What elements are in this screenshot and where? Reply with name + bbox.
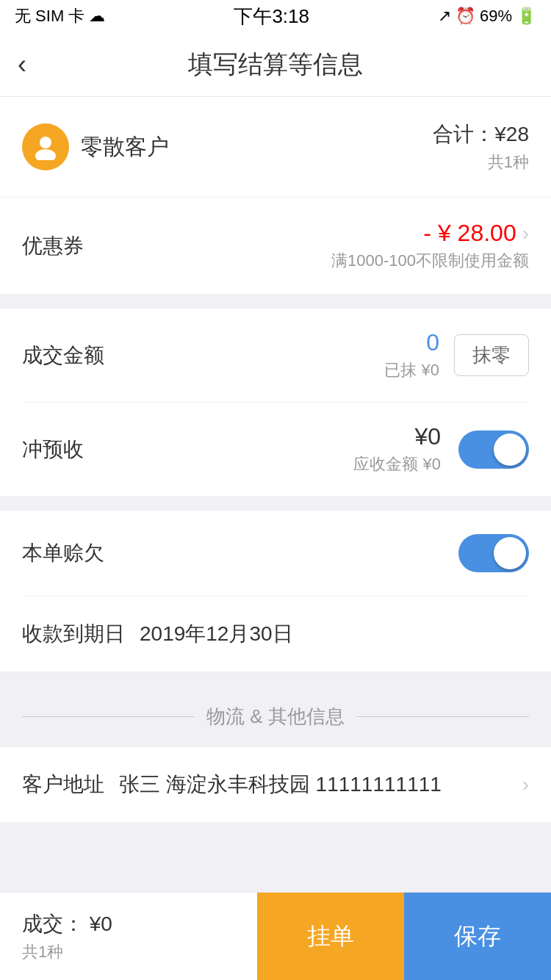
divider-left (22, 716, 195, 717)
prepay-sub: 应收金额 ¥0 (353, 453, 441, 475)
address-value: 张三 海淀永丰科技园 11111111111 (119, 771, 522, 799)
bottom-count: 共1种 (22, 941, 235, 963)
address-chevron-icon: › (522, 773, 529, 796)
customer-count: 共1种 (433, 151, 529, 173)
signal-text: 无 SIM 卡 ☁ (15, 5, 105, 27)
amount-right: 0 已抹 ¥0 抹零 (384, 329, 529, 381)
toggle-knob (494, 433, 526, 466)
coupon-label: 优惠券 (22, 232, 84, 260)
avatar (22, 123, 69, 170)
status-time: 下午3:18 (234, 4, 309, 29)
page-title: 填写结算等信息 (188, 48, 363, 82)
nav-bar: ‹ 填写结算等信息 (0, 32, 551, 97)
alarm-icon: ⏰ (455, 7, 475, 26)
due-row: 收款到期日 2019年12月30日 (22, 597, 529, 671)
address-label: 客户地址 (22, 771, 104, 799)
round-button[interactable]: 抹零 (454, 334, 529, 376)
status-bar: 无 SIM 卡 ☁ 下午3:18 ↗ ⏰ 69% 🔋 (0, 0, 551, 32)
back-button[interactable]: ‹ (18, 49, 26, 80)
save-button[interactable]: 保存 (404, 893, 551, 980)
status-left: 无 SIM 卡 ☁ (15, 5, 105, 27)
customer-total: 合计：¥28 (433, 120, 529, 148)
prepay-right: ¥0 应收金额 ¥0 (353, 423, 529, 475)
customer-section: 零散客户 合计：¥28 共1种 优惠券 - ¥ 28.00 › 满1000-10… (0, 97, 551, 294)
amount-value: 0 (384, 329, 439, 356)
customer-left: 零散客户 (22, 123, 169, 170)
amount-section: 成交金额 0 已抹 ¥0 抹零 冲预收 ¥0 应收金额 ¥0 (0, 309, 551, 496)
customer-right: 合计：¥28 共1种 (433, 120, 529, 173)
debt-section: 本单赊欠 收款到期日 2019年12月30日 (0, 511, 551, 671)
bottom-deal: 成交： ¥0 (22, 910, 235, 938)
prepay-amount-block: ¥0 应收金额 ¥0 (353, 423, 441, 475)
prepay-label: 冲预收 (22, 436, 84, 464)
svg-point-0 (40, 137, 51, 148)
due-date: 2019年12月30日 (140, 620, 293, 648)
coupon-desc: 满1000-100不限制使用金额 (331, 250, 529, 272)
address-row[interactable]: 客户地址 张三 海淀永丰科技园 11111111111 › (22, 747, 529, 822)
hang-button[interactable]: 挂单 (257, 893, 404, 980)
divider-right (356, 716, 529, 717)
amount-sub: 已抹 ¥0 (384, 359, 439, 381)
address-chevron: › (522, 773, 529, 796)
prepay-row: 冲预收 ¥0 应收金额 ¥0 (22, 403, 529, 496)
prepay-amount: ¥0 (353, 423, 441, 450)
due-label: 收款到期日 (22, 620, 125, 648)
chevron-right-icon: › (522, 222, 529, 245)
logistics-divider: 物流 & 其他信息 (0, 686, 551, 747)
debt-row: 本单赊欠 (22, 511, 529, 597)
customer-name: 零散客户 (81, 132, 169, 162)
address-section: 客户地址 张三 海淀永丰科技园 11111111111 › (0, 747, 551, 822)
debt-label: 本单赊欠 (22, 539, 104, 567)
coupon-discount: - ¥ 28.00 (423, 220, 516, 247)
customer-row: 零散客户 合计：¥28 共1种 (0, 97, 551, 197)
bottom-info: 成交： ¥0 共1种 (0, 893, 257, 980)
amount-label: 成交金额 (22, 342, 104, 370)
status-right: ↗ ⏰ 69% 🔋 (438, 7, 536, 26)
bottom-bar: 成交： ¥0 共1种 挂单 保存 (0, 892, 551, 980)
debt-toggle-knob (494, 537, 526, 569)
battery-icon: 🔋 (516, 7, 536, 26)
coupon-row[interactable]: 优惠券 - ¥ 28.00 › 满1000-100不限制使用金额 (0, 197, 551, 294)
debt-toggle[interactable] (458, 534, 529, 572)
svg-point-1 (35, 149, 56, 160)
location-icon: ↗ (438, 7, 451, 26)
logistics-label: 物流 & 其他信息 (206, 704, 345, 729)
prepay-toggle[interactable] (458, 430, 529, 469)
battery-text: 69% (480, 7, 512, 26)
amount-row: 成交金额 0 已抹 ¥0 抹零 (22, 309, 529, 403)
